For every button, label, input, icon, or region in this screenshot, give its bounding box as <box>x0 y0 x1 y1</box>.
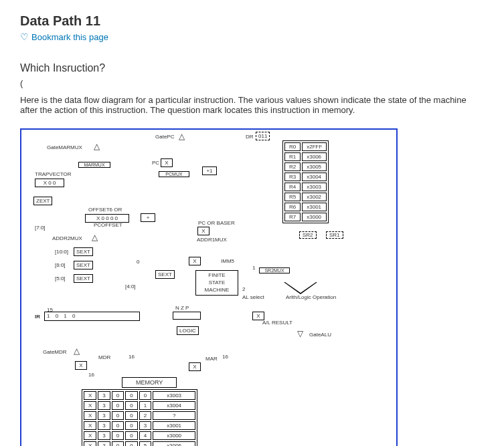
plus1-box: +1 <box>202 166 217 175</box>
nzp-label: N Z P <box>175 305 189 311</box>
al-result-label: A/L RESULT <box>262 320 292 326</box>
question-heading: Which Insruction? <box>20 62 484 74</box>
nzp-box <box>173 312 201 320</box>
sr1-label: SR1 <box>326 231 343 239</box>
ten0-label: [10:0] <box>55 249 68 255</box>
pcbaser-label: PC OR BASER <box>198 220 235 226</box>
gatemarmux-label: GateMARMUX <box>47 144 82 150</box>
alu-triangle <box>284 282 317 294</box>
register-file: R0x2FFFR1x3006R2x3005R3x3004R4x3003R5x30… <box>282 140 329 223</box>
arith-label: Arith/Logic Operation <box>286 294 336 300</box>
datapath-diagram: GatePC △ DR 011 GateMARMUX △ R0x2FFFR1x3… <box>20 128 398 446</box>
mdr-x: X <box>75 361 87 370</box>
memory-label: MEMORY <box>122 377 177 388</box>
mar-x: X <box>189 362 201 371</box>
sext2-box: SEXT <box>74 261 93 269</box>
gatemarmux-tri: △ <box>94 142 100 151</box>
five0-label: [5:0] <box>55 275 66 282</box>
four0-label: [4:0] <box>125 284 136 290</box>
pc-label: PC <box>152 160 159 166</box>
pcmux: PCMUX <box>159 171 189 177</box>
marmux: MARMUX <box>78 162 110 168</box>
addr1mux-label: ADDR1MUX <box>197 237 227 243</box>
fsm-box: FINITE STATE MACHINE <box>195 270 238 296</box>
x-imm-box: X <box>189 257 201 265</box>
bookmark-link[interactable]: ♡ Bookmark this page <box>20 31 108 42</box>
seven0-label: [7:0] <box>35 225 46 231</box>
gatemdr-label: GateMDR <box>43 349 67 355</box>
pcbaser-x: X <box>197 227 209 235</box>
sext4-box: SEXT <box>155 270 175 279</box>
prompt-text: Here is the data flow diagram for a part… <box>20 95 484 115</box>
gatepc-tri: △ <box>179 132 185 141</box>
gatepc-label: GatePC <box>155 134 174 140</box>
al-select-label: AL select <box>242 294 264 300</box>
addr2mux-tri: △ <box>92 233 98 242</box>
eight0-label: [8:0] <box>55 262 66 268</box>
offset6-label: OFFSET6 OR <box>88 207 122 213</box>
sr2-label: SR2 <box>299 231 317 239</box>
addr2mux-label: ADDR2MUX <box>52 235 82 241</box>
gatealu-label: GateALU <box>309 332 331 338</box>
mdr-label: MDR <box>98 354 110 360</box>
dr-value: 011 <box>256 132 270 140</box>
zext-box: ZEXT <box>33 197 52 205</box>
mar-label: MAR <box>205 356 218 362</box>
dr-label: DR <box>246 134 254 140</box>
memory-table: X3000x3003X3001x3004X3002?X3003x3001X300… <box>82 389 197 446</box>
bookmark-label: Bookmark this page <box>31 32 108 42</box>
two-label: 2 <box>242 286 245 292</box>
sixteen-label-1: 16 <box>129 354 135 360</box>
paren: ( <box>20 78 484 88</box>
sr2mux: SR2MUX <box>259 267 290 273</box>
trapvector-x00: X 0 0 <box>35 179 64 187</box>
pc-x: X <box>161 158 173 167</box>
sext1-box: SEXT <box>74 247 93 256</box>
zero-label: 0 <box>137 259 139 265</box>
pcoffset-label: PCOFFSET <box>94 222 122 228</box>
bookmark-icon: ♡ <box>20 31 29 42</box>
gatealu-tri: ▽ <box>297 329 303 338</box>
sixteen-label-3: 16 <box>88 372 94 378</box>
plus-box: + <box>141 213 155 222</box>
sixteen-label-2: 16 <box>222 354 228 360</box>
gatemdr-tri: △ <box>74 346 80 356</box>
trapvector-label: TRAPVECTOR <box>35 171 72 177</box>
ir-label: IR <box>35 314 40 320</box>
logic-box: LOGIC <box>177 326 199 335</box>
one-label: 1 <box>252 265 255 271</box>
page-title: Data Path 11 <box>20 13 484 29</box>
imm5-label: IMM5 <box>221 258 234 264</box>
sext3-box: SEXT <box>74 274 93 283</box>
ir-value: 1 0 1 0 <box>44 312 140 321</box>
